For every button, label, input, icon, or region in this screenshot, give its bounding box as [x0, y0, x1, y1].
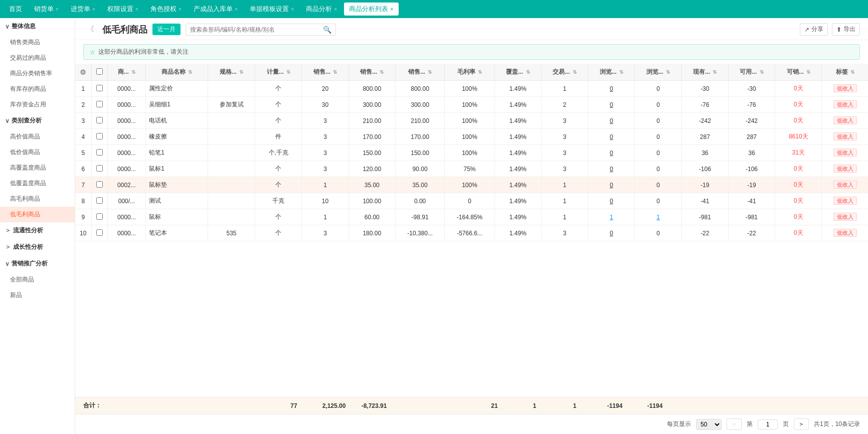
- row-select-checkbox[interactable]: [96, 133, 103, 139]
- collapse-sidebar-btn[interactable]: 《: [83, 24, 97, 35]
- col-browse1[interactable]: 浏览... ⇅: [588, 64, 635, 81]
- col-coverage[interactable]: 覆盖... ⇅: [494, 64, 541, 81]
- col-unit[interactable]: 计量... ⇅: [255, 64, 302, 81]
- row-coverage: 1.49%: [494, 145, 541, 161]
- page-number-input[interactable]: [758, 419, 778, 429]
- row-sales-amt: 170.00: [349, 129, 395, 145]
- sidebar-item-stock-fund[interactable]: 库存资金占用: [0, 97, 75, 112]
- nav-permission[interactable]: 权限设置 ×: [102, 3, 143, 16]
- row-unit: 个: [255, 97, 302, 113]
- col-settings[interactable]: ⚙: [75, 64, 91, 81]
- nav-sales[interactable]: 销货单 ×: [29, 3, 64, 16]
- row-browse2[interactable]: 1: [635, 209, 681, 225]
- row-checkbox[interactable]: [91, 161, 107, 177]
- col-spec[interactable]: 规格... ⇅: [208, 64, 255, 81]
- col-sku[interactable]: 商... ⇅: [107, 64, 146, 81]
- share-btn[interactable]: ↗ 分享: [800, 23, 828, 36]
- row-num: 9: [75, 209, 91, 225]
- col-tag[interactable]: 标签 ⇅: [822, 64, 868, 81]
- sidebar-item-traded-goods[interactable]: 交易过的商品: [0, 50, 75, 66]
- sidebar-group-category[interactable]: ∨ 类别查分析: [0, 112, 75, 129]
- col-available[interactable]: 可用... ⇅: [728, 64, 775, 81]
- sidebar-item-sales-goods[interactable]: 销售类商品: [0, 35, 75, 50]
- row-checkbox[interactable]: [91, 193, 107, 209]
- row-tag: 低收入: [822, 161, 868, 177]
- sidebar-item-high-coverage[interactable]: 高覆盖度商品: [0, 160, 75, 176]
- sidebar-group-liquidity[interactable]: ＞ 流通性分析: [0, 222, 75, 239]
- sidebar-item-low-coverage[interactable]: 低覆盖度商品: [0, 176, 75, 191]
- sidebar-item-low-margin[interactable]: 低毛利商品: [0, 207, 75, 222]
- row-select-checkbox[interactable]: [96, 149, 103, 156]
- select-all-checkbox[interactable]: [96, 68, 103, 75]
- sidebar-group-overall[interactable]: ∨ 整体信息: [0, 18, 75, 35]
- nav-template[interactable]: 单据模板设置 ×: [245, 3, 299, 16]
- sidebar-item-high-margin[interactable]: 高毛利商品: [0, 191, 75, 207]
- row-available: -242: [728, 113, 775, 129]
- col-sales-amt[interactable]: 销售... ⇅: [349, 64, 395, 81]
- sidebar-group-marketing[interactable]: ∨ 营销推广分析: [0, 255, 75, 272]
- row-checkbox[interactable]: [91, 177, 107, 193]
- row-browse2: 0: [635, 161, 681, 177]
- col-trade[interactable]: 交易... ⇅: [541, 64, 588, 81]
- col-gross-margin[interactable]: 毛利率 ⇅: [445, 64, 494, 81]
- row-browse1: 0: [588, 145, 635, 161]
- nav-goods-analysis-list[interactable]: 商品分析列表 ×: [344, 3, 398, 16]
- row-num: 6: [75, 161, 91, 177]
- search-box: 🔍: [186, 24, 336, 36]
- col-browse2[interactable]: 浏览... ⇅: [635, 64, 681, 81]
- nav-home[interactable]: 首页: [4, 3, 27, 16]
- nav-goods-analysis[interactable]: 商品分析 ×: [301, 3, 342, 16]
- row-select-checkbox[interactable]: [96, 213, 103, 220]
- nav-role[interactable]: 角色授权 ×: [145, 3, 187, 16]
- filter-recent-month-btn[interactable]: 近一月: [152, 24, 181, 35]
- next-page-btn[interactable]: ＞: [794, 418, 809, 430]
- col-sales-profit[interactable]: 销售... ⇅: [395, 64, 444, 81]
- row-checkbox[interactable]: [91, 129, 107, 145]
- search-icon[interactable]: 🔍: [323, 26, 331, 34]
- sidebar-item-low-value[interactable]: 低价值商品: [0, 144, 75, 160]
- row-unit: 个: [255, 161, 302, 177]
- row-select-checkbox[interactable]: [96, 101, 103, 107]
- row-select-checkbox[interactable]: [96, 85, 103, 91]
- row-num: 10: [75, 225, 91, 241]
- row-browse2: 0: [635, 145, 681, 161]
- sidebar-item-all-goods[interactable]: 全部商品: [0, 272, 75, 287]
- row-saleable: 0天: [775, 97, 822, 113]
- row-select-checkbox[interactable]: [96, 197, 103, 204]
- row-browse2: 0: [635, 81, 681, 97]
- row-checkbox[interactable]: [91, 97, 107, 113]
- col-checkbox[interactable]: [91, 64, 107, 81]
- row-select-checkbox[interactable]: [96, 117, 103, 123]
- sidebar-group-growth[interactable]: ＞ 成长性分析: [0, 239, 75, 255]
- row-trade: 3: [541, 129, 588, 145]
- row-checkbox[interactable]: [91, 145, 107, 161]
- row-select-checkbox[interactable]: [96, 181, 103, 188]
- row-checkbox[interactable]: [91, 225, 107, 241]
- sidebar-item-high-value[interactable]: 高价值商品: [0, 129, 75, 144]
- row-spec: [208, 209, 255, 225]
- row-checkbox[interactable]: [91, 113, 107, 129]
- row-sales-amt: 150.00: [349, 145, 395, 161]
- sidebar-item-in-stock[interactable]: 有库存的商品: [0, 81, 75, 97]
- row-sku: 0000...: [107, 161, 146, 177]
- nav-product-in[interactable]: 产成品入库单 ×: [189, 3, 243, 16]
- sidebar-item-category-rate[interactable]: 商品分类销售率: [0, 66, 75, 81]
- row-select-checkbox[interactable]: [96, 165, 103, 172]
- col-sales-qty[interactable]: 销售... ⇅: [302, 64, 349, 81]
- row-checkbox[interactable]: [91, 209, 107, 225]
- col-saleable[interactable]: 可销... ⇅: [775, 64, 822, 81]
- per-page-select[interactable]: 50 100 200: [696, 419, 722, 430]
- row-checkbox[interactable]: [91, 81, 107, 97]
- sidebar-item-new-goods[interactable]: 新品: [0, 287, 75, 303]
- col-name[interactable]: 商品名称 ⇅: [146, 64, 208, 81]
- row-select-checkbox[interactable]: [96, 229, 103, 236]
- col-current-stock[interactable]: 现有... ⇅: [681, 64, 728, 81]
- export-btn[interactable]: ⬆ 导出: [832, 23, 860, 36]
- row-spec: [208, 177, 255, 193]
- search-input[interactable]: [190, 26, 321, 33]
- nav-purchase[interactable]: 进货单 ×: [66, 3, 100, 16]
- gear-icon[interactable]: ⚙: [80, 68, 86, 76]
- row-tag: 低收入: [822, 145, 868, 161]
- prev-page-btn[interactable]: ＜: [727, 418, 742, 430]
- row-browse1[interactable]: 1: [588, 209, 635, 225]
